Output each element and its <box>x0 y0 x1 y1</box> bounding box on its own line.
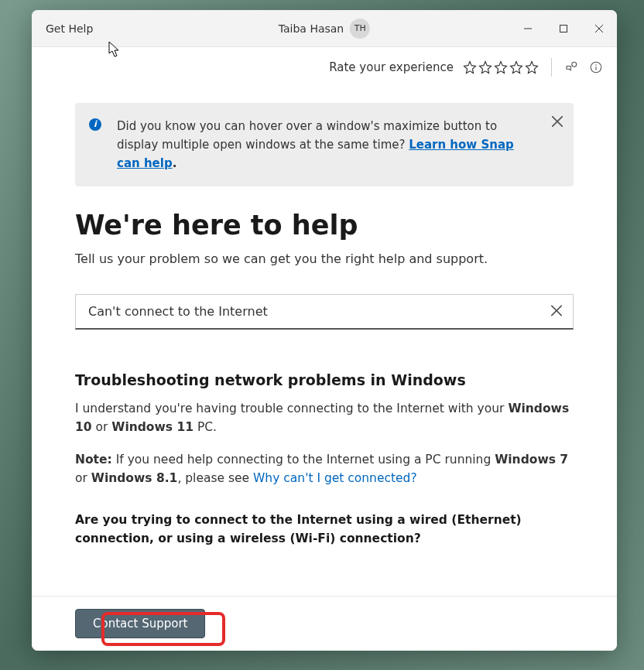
footer: Contact Support <box>32 597 617 651</box>
rate-label: Rate your experience <box>329 60 454 74</box>
svg-rect-1 <box>560 25 567 32</box>
page-subtitle: Tell us your problem so we can get you t… <box>75 251 574 266</box>
app-title: Get Help <box>32 22 93 35</box>
maximize-icon <box>560 25 567 32</box>
get-help-window: Get Help Taiba Hasan TH Rate your experi… <box>32 10 617 651</box>
page-title: We're here to help <box>75 210 574 241</box>
search-input[interactable] <box>88 304 536 319</box>
svg-point-6 <box>595 64 597 66</box>
rating-stars <box>463 60 539 74</box>
why-cant-connect-link[interactable]: Why can't I get connected? <box>253 471 417 485</box>
info-icon[interactable] <box>589 60 603 74</box>
star-5[interactable] <box>525 60 539 74</box>
minimize-icon <box>524 25 532 32</box>
follow-up-question: Are you trying to connect to the Interne… <box>75 511 574 548</box>
star-2[interactable] <box>478 60 492 74</box>
window-controls <box>510 15 617 43</box>
result-title: Troubleshooting network problems in Wind… <box>75 371 574 388</box>
star-3[interactable] <box>494 60 508 74</box>
close-button[interactable] <box>581 15 617 43</box>
minimize-button[interactable] <box>510 15 546 43</box>
close-icon <box>595 25 603 32</box>
user-name: Taiba Hasan <box>279 22 344 35</box>
contact-support-button[interactable]: Contact Support <box>75 609 205 638</box>
avatar: TH <box>350 19 370 39</box>
star-4[interactable] <box>509 60 523 74</box>
close-icon <box>552 116 563 127</box>
svg-point-4 <box>572 62 577 67</box>
toolbar-divider <box>551 58 552 77</box>
feedback-icon[interactable] <box>564 60 578 74</box>
search-clear-button[interactable] <box>551 304 562 319</box>
titlebar: Get Help Taiba Hasan TH <box>32 10 617 47</box>
star-1[interactable] <box>463 60 477 74</box>
clear-icon <box>551 305 562 316</box>
tip-banner: i Did you know you can hover over a wind… <box>75 103 574 186</box>
result-paragraph-1: I understand you're having trouble conne… <box>75 399 574 436</box>
tip-text-after: . <box>173 156 177 170</box>
toolbar: Rate your experience <box>32 47 617 87</box>
maximize-button[interactable] <box>546 15 581 43</box>
result-paragraph-2: Note: If you need help connecting to the… <box>75 450 574 487</box>
content-area: i Did you know you can hover over a wind… <box>32 87 617 596</box>
user-account[interactable]: Taiba Hasan TH <box>279 19 370 39</box>
tip-close-button[interactable] <box>552 114 563 132</box>
search-box[interactable] <box>75 294 574 330</box>
tip-info-icon: i <box>89 118 101 131</box>
